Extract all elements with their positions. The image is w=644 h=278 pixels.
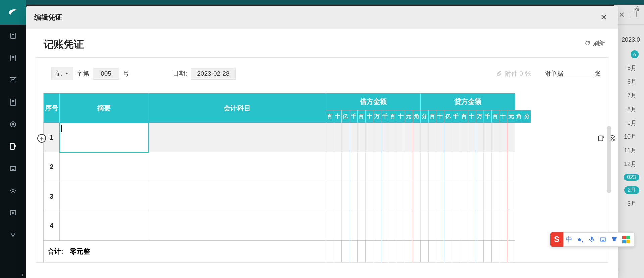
credit-digit[interactable] bbox=[460, 211, 468, 241]
ime-lang[interactable]: 中 bbox=[563, 235, 575, 244]
credit-digit[interactable] bbox=[468, 123, 476, 152]
nav-icon-inbox[interactable] bbox=[0, 157, 26, 180]
nav-icon-money[interactable] bbox=[0, 25, 26, 47]
credit-digit[interactable] bbox=[491, 123, 499, 152]
summary-cell[interactable] bbox=[60, 211, 148, 241]
credit-digit[interactable] bbox=[452, 152, 460, 182]
debit-digit[interactable] bbox=[350, 123, 358, 152]
debit-digit[interactable] bbox=[334, 152, 342, 182]
credit-digit[interactable] bbox=[491, 152, 499, 182]
credit-digit[interactable] bbox=[452, 123, 460, 152]
debit-digit[interactable] bbox=[358, 211, 366, 241]
summary-cell-editor[interactable] bbox=[59, 123, 149, 153]
debit-digit[interactable] bbox=[373, 182, 381, 211]
debit-digit[interactable] bbox=[413, 182, 421, 211]
credit-digit[interactable] bbox=[484, 152, 492, 182]
credit-digit[interactable] bbox=[460, 123, 468, 152]
debit-digit[interactable] bbox=[373, 123, 381, 152]
voucher-number-input[interactable]: 005 bbox=[93, 68, 119, 80]
debit-digit[interactable] bbox=[326, 182, 334, 211]
credit-digit[interactable] bbox=[499, 152, 507, 182]
account-cell[interactable] bbox=[148, 123, 326, 152]
debit-digit[interactable] bbox=[389, 152, 397, 182]
debit-digit[interactable] bbox=[342, 211, 350, 241]
nav-icon-v[interactable] bbox=[0, 224, 26, 246]
credit-digit[interactable] bbox=[468, 182, 476, 211]
summary-cell[interactable] bbox=[60, 152, 148, 182]
debit-digit[interactable] bbox=[405, 152, 413, 182]
debit-digit[interactable] bbox=[358, 182, 366, 211]
debit-digit[interactable] bbox=[397, 152, 405, 182]
credit-digit[interactable] bbox=[499, 123, 507, 152]
credit-digit[interactable] bbox=[436, 211, 444, 241]
nav-icon-settings[interactable] bbox=[0, 180, 26, 202]
account-cell[interactable] bbox=[148, 211, 326, 241]
ime-mic-icon[interactable] bbox=[586, 236, 597, 243]
ime-keyboard-icon[interactable] bbox=[597, 236, 609, 243]
credit-digit[interactable] bbox=[460, 152, 468, 182]
credit-digit[interactable] bbox=[428, 152, 436, 182]
add-row-button[interactable]: ＋ bbox=[37, 134, 46, 143]
credit-digit[interactable] bbox=[428, 123, 436, 152]
debit-digit[interactable] bbox=[389, 123, 397, 152]
credit-digit[interactable] bbox=[507, 123, 515, 152]
credit-digit[interactable] bbox=[484, 211, 492, 241]
debit-digit[interactable] bbox=[389, 211, 397, 241]
nav-icon-chart[interactable] bbox=[0, 69, 26, 91]
ime-skin-icon[interactable] bbox=[609, 236, 620, 243]
credit-digit[interactable] bbox=[476, 182, 484, 211]
debit-digit[interactable] bbox=[373, 152, 381, 182]
nav-icon-ledger[interactable] bbox=[0, 47, 26, 69]
credit-digit[interactable] bbox=[484, 182, 492, 211]
debit-digit[interactable] bbox=[397, 182, 405, 211]
credit-digit[interactable] bbox=[499, 182, 507, 211]
close-icon[interactable]: ✕ bbox=[598, 11, 610, 23]
credit-digit[interactable] bbox=[460, 182, 468, 211]
debit-digit[interactable] bbox=[350, 152, 358, 182]
debit-digit[interactable] bbox=[358, 123, 366, 152]
debit-digit[interactable] bbox=[381, 182, 389, 211]
debit-digit[interactable] bbox=[342, 152, 350, 182]
nav-icon-receipt[interactable] bbox=[0, 91, 26, 113]
credit-digit[interactable] bbox=[476, 211, 484, 241]
ime-punct-icon[interactable]: ●, bbox=[575, 236, 586, 244]
insert-row-icon[interactable] bbox=[597, 134, 605, 143]
credit-digit[interactable] bbox=[444, 182, 452, 211]
debit-digit[interactable] bbox=[350, 182, 358, 211]
debit-digit[interactable] bbox=[405, 211, 413, 241]
date-input[interactable]: 2023-02-28 bbox=[191, 68, 236, 80]
credit-digit[interactable] bbox=[436, 182, 444, 211]
credit-digit[interactable] bbox=[491, 182, 499, 211]
debit-digit[interactable] bbox=[381, 123, 389, 152]
debit-digit[interactable] bbox=[405, 123, 413, 152]
credit-digit[interactable] bbox=[476, 152, 484, 182]
ime-more-icon[interactable] bbox=[620, 236, 632, 243]
credit-digit[interactable] bbox=[452, 211, 460, 241]
credit-digit[interactable] bbox=[428, 211, 436, 241]
debit-digit[interactable] bbox=[365, 211, 373, 241]
credit-digit[interactable] bbox=[507, 182, 515, 211]
credit-digit[interactable] bbox=[468, 211, 476, 241]
account-cell[interactable] bbox=[148, 152, 326, 182]
credit-digit[interactable] bbox=[499, 211, 507, 241]
credit-digit[interactable] bbox=[468, 152, 476, 182]
app-logo[interactable] bbox=[0, 0, 26, 25]
debit-digit[interactable] bbox=[397, 211, 405, 241]
credit-digit[interactable] bbox=[421, 211, 429, 241]
table-row[interactable]: 2 bbox=[44, 152, 531, 182]
credit-digit[interactable] bbox=[452, 182, 460, 211]
credit-digit[interactable] bbox=[507, 152, 515, 182]
debit-digit[interactable] bbox=[365, 152, 373, 182]
table-row[interactable]: 3 bbox=[44, 182, 531, 211]
credit-digit[interactable] bbox=[421, 152, 429, 182]
debit-digit[interactable] bbox=[342, 182, 350, 211]
nav-icon-voucher[interactable] bbox=[0, 135, 26, 157]
nav-icon-video[interactable] bbox=[0, 202, 26, 224]
credit-digit[interactable] bbox=[444, 211, 452, 241]
debit-digit[interactable] bbox=[358, 152, 366, 182]
debit-digit[interactable] bbox=[413, 211, 421, 241]
credit-digit[interactable] bbox=[444, 152, 452, 182]
attachment-link[interactable]: 附件 0 张 bbox=[496, 69, 531, 78]
sidebar-collapse-icon[interactable] bbox=[20, 273, 25, 277]
credit-digit[interactable] bbox=[476, 123, 484, 152]
